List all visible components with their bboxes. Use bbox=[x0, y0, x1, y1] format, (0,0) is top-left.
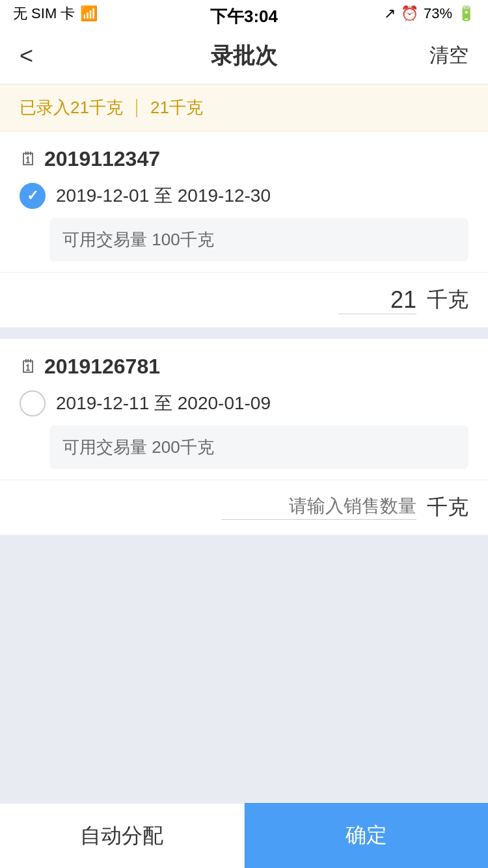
carrier-label: 无 SIM 卡 bbox=[13, 4, 75, 23]
page-title: 录批次 bbox=[211, 41, 277, 71]
input-row-2: 千克 bbox=[0, 480, 488, 535]
item-date-row-2[interactable]: 2019-12-11 至 2020-01-09 bbox=[0, 385, 488, 426]
date-range-1: 2019-12-01 至 2019-12-30 bbox=[56, 183, 271, 208]
info-value: 21千克 bbox=[150, 96, 203, 119]
document-icon-1: 🗓 bbox=[20, 148, 38, 170]
quantity-row-1: 21 千克 bbox=[0, 272, 488, 327]
status-left: 无 SIM 卡 📶 bbox=[13, 4, 98, 23]
clear-button[interactable]: 清空 bbox=[429, 42, 468, 69]
unit-label-2: 千克 bbox=[427, 493, 468, 522]
item-id-1: 2019112347 bbox=[44, 147, 160, 171]
battery-icon: 🔋 bbox=[457, 5, 475, 22]
item-card-2: 🗓 2019126781 2019-12-11 至 2020-01-09 可用交… bbox=[0, 339, 488, 535]
auto-distribute-button[interactable]: 自动分配 bbox=[0, 803, 245, 868]
quantity-number-1: 21 bbox=[390, 286, 416, 313]
item-id-2: 2019126781 bbox=[44, 355, 160, 379]
info-divider bbox=[136, 99, 137, 117]
back-button[interactable]: < bbox=[20, 42, 33, 70]
recorded-label: 已录入21千克 bbox=[20, 96, 123, 119]
date-range-2: 2019-12-11 至 2020-01-09 bbox=[56, 391, 271, 416]
status-right: ↗ ⏰ 73% 🔋 bbox=[384, 5, 475, 22]
quantity-display-1: 21 bbox=[338, 286, 416, 314]
item-date-row-1[interactable]: 2019-12-01 至 2019-12-30 bbox=[0, 178, 488, 218]
alarm-icon: ⏰ bbox=[401, 5, 418, 22]
radio-button-1[interactable] bbox=[20, 183, 46, 209]
item-header-1: 🗓 2019112347 bbox=[0, 131, 488, 178]
bottom-bar: 自动分配 确定 bbox=[0, 803, 488, 868]
item-card-1: 🗓 2019112347 2019-12-01 至 2019-12-30 可用交… bbox=[0, 131, 488, 327]
empty-space bbox=[0, 535, 488, 834]
item-header-2: 🗓 2019126781 bbox=[0, 339, 488, 385]
nav-bar: < 录批次 清空 bbox=[0, 27, 488, 85]
status-time: 下午3:04 bbox=[210, 5, 278, 28]
document-icon-2: 🗓 bbox=[20, 356, 38, 377]
availability-2: 可用交易量 200千克 bbox=[49, 426, 468, 469]
quantity-unit-1: 千克 bbox=[427, 286, 468, 314]
content-area: 已录入21千克 21千克 🗓 2019112347 2019-12-01 至 2… bbox=[0, 85, 488, 834]
wifi-icon: 📶 bbox=[80, 5, 98, 22]
status-bar: 无 SIM 卡 📶 下午3:04 ↗ ⏰ 73% 🔋 bbox=[0, 0, 488, 27]
battery-percent: 73% bbox=[424, 5, 452, 22]
info-banner: 已录入21千克 21千克 bbox=[0, 85, 488, 131]
card-divider bbox=[0, 327, 488, 339]
radio-button-2[interactable] bbox=[20, 390, 46, 416]
input-underline-2 bbox=[221, 496, 416, 520]
confirm-button[interactable]: 确定 bbox=[245, 803, 489, 868]
availability-1: 可用交易量 100千克 bbox=[49, 218, 468, 262]
location-icon: ↗ bbox=[384, 5, 396, 22]
quantity-input-2[interactable] bbox=[221, 496, 416, 517]
